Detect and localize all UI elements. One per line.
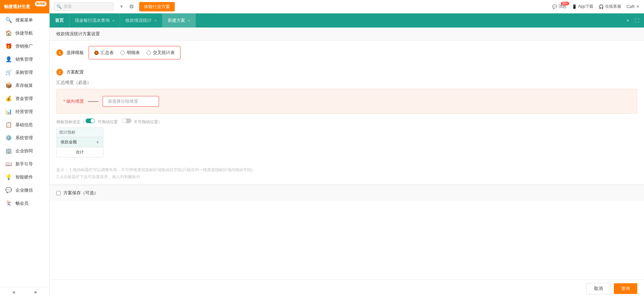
sidebar-item-label: 经营管理: [15, 109, 33, 115]
sidebar-item-wechat[interactable]: 💬 企业微信: [0, 184, 49, 197]
search-icon: 🔍: [57, 4, 62, 9]
industry-button[interactable]: 体验行业方案: [139, 2, 175, 11]
step2-num: 2: [56, 69, 63, 76]
sidebar-item-quick-nav[interactable]: 🏠 快捷导航: [0, 27, 49, 40]
card-icon: 🃏: [5, 200, 12, 206]
radio-cross-label: 交叉统计表: [153, 50, 175, 56]
user-button[interactable]: CaR ▼: [627, 4, 640, 9]
step1-section: 1 选择模板 汇总表 明细表 交叉统计表: [50, 41, 644, 69]
gear-icon: ⚙️: [5, 135, 12, 141]
sidebar-item-hardware[interactable]: 💡 智能硬件: [0, 170, 49, 184]
unmovable-toggle[interactable]: [122, 118, 131, 123]
sidebar-item-label: 快捷导航: [15, 30, 33, 36]
sidebar-item-search[interactable]: 🔍 搜索菜单: [0, 13, 49, 27]
sidebar-item-label: 资金管理: [15, 96, 33, 102]
close-collect-stat-icon[interactable]: ×: [154, 18, 156, 22]
sidebar-logo: 畅捷通好生意 标准版: [0, 0, 49, 13]
col-label: 收款金额: [61, 139, 77, 145]
radio-summary-input[interactable]: [94, 51, 99, 55]
home-icon: 🏠: [5, 30, 12, 36]
page-title: 收款情况统计方案设置: [50, 28, 644, 41]
download-icon: 📱: [572, 4, 577, 9]
movable-toggle[interactable]: [86, 118, 95, 123]
dimension-dropdown[interactable]: 请选择分组维度: [103, 96, 159, 107]
sidebar-bottom-left[interactable]: ◀: [3, 290, 24, 294]
radio-summary[interactable]: 汇总表: [94, 50, 114, 56]
sidebar-item-marketing[interactable]: 🎁 营销推广: [0, 40, 49, 53]
service-label: 在线客服: [605, 4, 621, 9]
tab-home-label: 首页: [55, 17, 64, 23]
download-button[interactable]: 📱 App下载: [572, 4, 593, 9]
window-close-button[interactable]: ×: [625, 17, 631, 24]
tab-home[interactable]: 首页: [50, 13, 69, 28]
sidebar-item-label: 畅会员: [15, 200, 29, 206]
tip-line-2: 2.点击标题栏下拉可设置排序、插入列和删除列: [56, 174, 637, 180]
stat-table: 统计指标 收款金额 ∨ 合计: [56, 128, 103, 157]
topbar-actions: 💬 消息 99+ 📱 App下载 🎧 在线客服 CaR ▼: [552, 4, 640, 9]
radio-detail[interactable]: 明细表: [120, 50, 140, 56]
main-area: 🔍 搜索 ▼ ⚙ 体验行业方案 💬 消息 99+ 📱 App下载 🎧 在线客服 …: [50, 0, 644, 297]
dimension-row: 纵向维度 —— 请选择分组维度: [63, 96, 630, 107]
footer-bar: 取消 查询: [50, 280, 644, 297]
message-icon: 💬: [552, 4, 557, 9]
sidebar-item-label: 智能硬件: [15, 174, 33, 180]
sidebar-bottom: ◀ ▶: [0, 287, 49, 297]
stat-col-header[interactable]: 收款金额 ∨: [57, 137, 103, 147]
sidebar-item-finance[interactable]: 💰 资金管理: [0, 92, 49, 105]
step2-header: 2 方案配置: [56, 69, 637, 76]
bulb-icon: 💡: [5, 174, 12, 180]
sidebar-item-label: 销售管理: [15, 56, 33, 62]
sidebar-bottom-right[interactable]: ▶: [25, 290, 47, 294]
tab-bank-query-label: 现金银行流水查询: [75, 17, 110, 23]
save-label: 方案保存（可选）: [63, 190, 98, 196]
sidebar-item-member[interactable]: 🃏 畅会员: [0, 197, 49, 210]
topbar-dropdown-arrow[interactable]: ▼: [119, 4, 124, 9]
dimension-dropdown-text: 请选择分组维度: [108, 99, 138, 104]
stat-header-label: 统计指标: [59, 130, 75, 135]
close-new-plan-icon[interactable]: ×: [188, 18, 190, 22]
radio-detail-input[interactable]: [120, 51, 125, 55]
gift-icon: 🎁: [5, 43, 12, 49]
search-box[interactable]: 🔍 搜索: [54, 2, 114, 11]
service-button[interactable]: 🎧 在线客服: [599, 4, 621, 9]
sidebar-item-system[interactable]: ⚙️ 系统管理: [0, 131, 49, 144]
vertical-dim-label: 纵向维度: [63, 98, 84, 104]
sidebar-item-inventory[interactable]: 📦 库存核算: [0, 79, 49, 92]
radio-summary-label: 汇总表: [101, 50, 114, 56]
settings-icon[interactable]: ⚙: [129, 3, 134, 10]
tab-new-plan[interactable]: 新建方案 ×: [162, 13, 196, 28]
message-button[interactable]: 💬 消息 99+: [552, 4, 567, 9]
box-icon: 📦: [5, 82, 12, 89]
query-button[interactable]: 查询: [614, 283, 637, 294]
content-area: 收款情况统计方案设置 1 选择模板 汇总表 明细表: [50, 28, 644, 280]
sidebar-item-purchase[interactable]: 🛒 采购管理: [0, 66, 49, 79]
tip-line-1: 提示： 1.拖动标题栏可以调整布局，不可跨维度或指标区域拖动目字段(只能在同一维…: [56, 167, 637, 173]
sidebar-item-sales[interactable]: 👤 销售管理: [0, 53, 49, 66]
cancel-button[interactable]: 取消: [586, 283, 610, 294]
search-icon: 🔍: [5, 17, 12, 23]
indicator-settings-label: 模板指标设定（ 可拖动位置 不可拖动位置）: [56, 118, 162, 125]
tab-collect-stat[interactable]: 收款情况统计 ×: [120, 13, 162, 28]
sidebar-item-guide[interactable]: 📖 新手引导: [0, 157, 49, 170]
sidebar-item-label: 搜索菜单: [15, 17, 33, 23]
template-select-box: 汇总表 明细表 交叉统计表: [89, 46, 180, 59]
service-icon: 🎧: [599, 4, 604, 9]
sidebar-item-enterprise[interactable]: 🏢 企业协同: [0, 144, 49, 157]
window-fullscreen-button[interactable]: ⛶: [633, 17, 641, 24]
radio-cross[interactable]: 交叉统计表: [147, 50, 175, 56]
tab-bank-query[interactable]: 现金银行流水查询 ×: [69, 13, 120, 28]
message-badge: 99+: [561, 2, 569, 5]
save-checkbox[interactable]: [56, 191, 61, 195]
sidebar: 畅捷通好生意 标准版 🔍 搜索菜单 🏠 快捷导航 🎁 营销推广 👤 销售管理 🛒…: [0, 0, 50, 297]
sidebar-item-operation[interactable]: 📊 经营管理: [0, 105, 49, 118]
list-icon: 📋: [5, 121, 12, 128]
username-label: CaR: [627, 4, 635, 9]
row-label: 合计: [76, 150, 84, 154]
page-container: 收款情况统计方案设置 1 选择模板 汇总表 明细表: [50, 28, 644, 280]
sidebar-item-label: 基础信息: [15, 122, 33, 128]
sidebar-item-basic[interactable]: 📋 基础信息: [0, 118, 49, 131]
step1-num: 1: [56, 49, 63, 56]
dimension-title-text: 汇总维度（必选）: [56, 80, 91, 85]
close-bank-query-icon[interactable]: ×: [112, 18, 114, 22]
radio-cross-input[interactable]: [147, 51, 151, 55]
